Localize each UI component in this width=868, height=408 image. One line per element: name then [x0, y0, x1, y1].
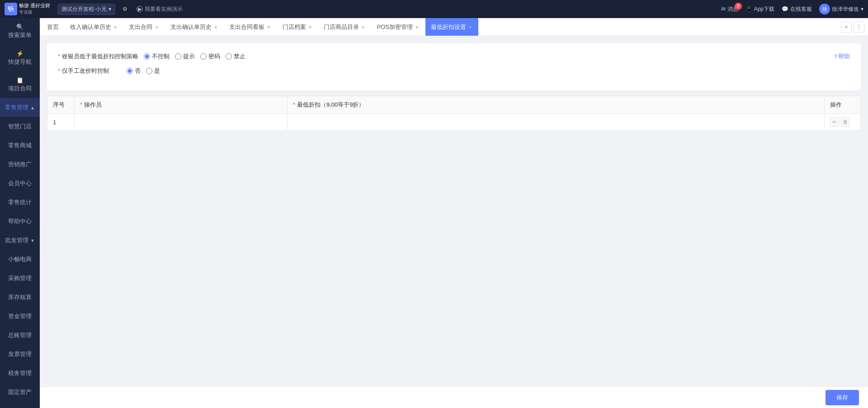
edit-icon[interactable]: ✏	[830, 117, 839, 127]
radio-manual-yes[interactable]: 是	[146, 67, 160, 75]
sidebar-item-retail[interactable]: 零售管理 ▲	[0, 98, 40, 117]
sidebar-item-ecommerce[interactable]: 小畅电商	[0, 250, 40, 269]
sidebar-item-smart-store[interactable]: 智慧门店	[0, 117, 40, 136]
tab-store-file[interactable]: 门店档案 ×	[277, 18, 318, 36]
tab-bar-actions: × ⋮	[841, 22, 866, 33]
tab-payment-contract[interactable]: 支出合同 ×	[123, 18, 165, 36]
online-service-button[interactable]: 💬 在线客服	[782, 5, 812, 13]
sidebar-label-mall: 零售商城	[8, 141, 32, 150]
tab-close-all-button[interactable]: ×	[841, 22, 852, 33]
radio-password[interactable]: 密码	[200, 52, 220, 61]
sidebar-label-wholesale: 批发管理	[5, 236, 28, 244]
messages-button[interactable]: ✉ 消息 9	[721, 5, 738, 13]
tab-payment-board-close[interactable]: ×	[266, 23, 271, 31]
demo-link[interactable]: ▶ 我要看实例演示	[137, 5, 183, 13]
tab-menu-button[interactable]: ⋮	[854, 22, 864, 33]
sidebar-item-assets[interactable]: 固定资产	[0, 383, 40, 402]
sidebar-item-marketing[interactable]: 营销推广	[0, 155, 40, 174]
radio-hint[interactable]: 提示	[175, 52, 195, 61]
tab-payment-history[interactable]: 支出确认单历史 ×	[165, 18, 224, 36]
tab-payment-board[interactable]: 支出合同看板 ×	[224, 18, 277, 36]
sidebar-item-project[interactable]: 📋 项目合同	[0, 71, 40, 98]
wholesale-arrow-icon: ▼	[30, 238, 35, 243]
radio-forbid-input[interactable]	[226, 53, 232, 60]
tab-min-discount[interactable]: 最低折扣设置 ×	[425, 18, 478, 36]
sidebar-item-inventory[interactable]: 库存核算	[0, 288, 40, 307]
project-selector[interactable]: 测试分开发程-小兄 ▾	[57, 4, 115, 15]
operator-required-star: *	[80, 101, 82, 108]
sidebar-label-search: 搜索菜单	[8, 31, 32, 39]
sidebar-label-inventory: 库存核算	[8, 293, 32, 301]
sidebar-label-invoice: 发票管理	[8, 350, 32, 358]
sidebar-item-mall[interactable]: 零售商城	[0, 136, 40, 155]
sidebar-item-finance[interactable]: 资金管理	[0, 307, 40, 326]
sidebar-item-help[interactable]: 帮助中心	[0, 212, 40, 231]
radio-manual-no-input[interactable]	[127, 68, 133, 74]
table-panel: 序号 * 操作员 * 最低折扣（9.00等于9折） 操作	[47, 96, 861, 131]
demo-label: 我要看实例演示	[145, 5, 183, 13]
sidebar-label-ecommerce: 小畅电商	[8, 255, 32, 263]
sidebar-item-shortcut[interactable]: ⚡ 快捷导航	[0, 45, 40, 71]
app-download-label: App下载	[754, 5, 774, 13]
user-name: 徐泽华修改	[832, 5, 859, 13]
form-panel: * 收银员低于最低折扣控制策略 不控制 提示	[47, 43, 861, 90]
main-layout: 🔍 搜索菜单 ⚡ 快捷导航 📋 项目合同 零售管理 ▲ 智慧门店 零售商城 营销…	[0, 18, 868, 408]
sidebar-item-search[interactable]: 🔍 搜索菜单	[0, 18, 40, 45]
radio-hint-input[interactable]	[175, 53, 181, 60]
tab-store-product-close[interactable]: ×	[361, 23, 365, 31]
tab-home[interactable]: 首页	[42, 18, 65, 36]
tab-payment-history-close[interactable]: ×	[213, 23, 218, 31]
sidebar-item-wholesale[interactable]: 批发管理 ▼	[0, 231, 40, 250]
help-button[interactable]: ? 帮助	[834, 52, 850, 61]
sidebar-item-retail-stats[interactable]: 零售统计	[0, 193, 40, 212]
sidebar-item-invoice[interactable]: 发票管理	[0, 345, 40, 364]
sidebar-item-salary[interactable]: 工资	[0, 402, 40, 408]
project-name: 测试分开发程-小兄	[61, 5, 107, 13]
radio-manual-no-label: 否	[135, 67, 141, 75]
radio-manual-no[interactable]: 否	[127, 67, 141, 75]
radio-no-control[interactable]: 不控制	[144, 52, 170, 61]
discount-control-radio-group: 不控制 提示 密码 禁止	[144, 52, 245, 61]
col-header-action: 操作	[825, 96, 861, 114]
sidebar-label-ledger: 总账管理	[8, 331, 32, 339]
discount-control-row: * 收银员低于最低折扣控制策略 不控制 提示	[58, 52, 850, 61]
tab-min-discount-label: 最低折扣设置	[431, 23, 466, 31]
sidebar-label-shortcut: 快捷导航	[8, 58, 32, 66]
col-header-operator: * 操作员	[75, 96, 288, 114]
table-row: 1 ✏ 🗑	[47, 114, 861, 131]
sidebar-item-member[interactable]: 会员中心	[0, 174, 40, 193]
tab-income-history-close[interactable]: ×	[113, 23, 118, 31]
delete-icon[interactable]: 🗑	[841, 117, 850, 127]
sidebar-item-ledger[interactable]: 总账管理	[0, 326, 40, 345]
user-menu[interactable]: 徐 徐泽华修改 ▾	[819, 4, 863, 14]
logo-sub: 专业版	[19, 9, 50, 15]
sidebar-item-tax[interactable]: 税务管理	[0, 364, 40, 383]
radio-no-control-input[interactable]	[144, 53, 150, 60]
tab-store-product[interactable]: 门店商品目录 ×	[318, 18, 371, 36]
sidebar-label-purchase: 采购管理	[8, 274, 32, 282]
chevron-down-icon: ▾	[108, 6, 111, 12]
col-header-discount: * 最低折扣（9.00等于9折）	[288, 96, 825, 114]
tab-bar: 首页 收入确认单历史 × 支出合同 × 支出确认单历史 × 支出合同看板 × 门…	[40, 18, 868, 36]
app-logo: 畅 畅捷·通好业财 专业版	[5, 3, 50, 15]
tab-payment-contract-close[interactable]: ×	[154, 23, 159, 31]
radio-manual-yes-input[interactable]	[146, 68, 152, 74]
tab-payment-history-label: 支出确认单历史	[170, 23, 212, 31]
settings-icon[interactable]: ⚙	[119, 5, 131, 14]
radio-forbid[interactable]: 禁止	[226, 52, 245, 61]
tab-home-label: 首页	[47, 23, 59, 31]
tab-store-file-close[interactable]: ×	[308, 23, 312, 31]
tab-min-discount-close[interactable]: ×	[468, 23, 472, 31]
tab-pos-password-close[interactable]: ×	[415, 23, 419, 31]
app-download-button[interactable]: 📱 App下载	[745, 5, 774, 13]
tab-pos-password[interactable]: POS加密管理 ×	[372, 18, 425, 36]
tab-pos-password-label: POS加密管理	[377, 23, 413, 31]
sidebar-label-tax: 税务管理	[8, 369, 32, 377]
radio-password-input[interactable]	[200, 53, 207, 60]
sidebar-label-marketing: 营销推广	[8, 160, 32, 169]
manual-price-label: * 仅手工改价时控制	[58, 67, 121, 75]
sidebar-item-purchase[interactable]: 采购管理	[0, 269, 40, 288]
save-button[interactable]: 保存	[826, 390, 859, 405]
manual-price-radio-group: 否 是	[127, 67, 160, 75]
tab-income-history[interactable]: 收入确认单历史 ×	[65, 18, 123, 36]
